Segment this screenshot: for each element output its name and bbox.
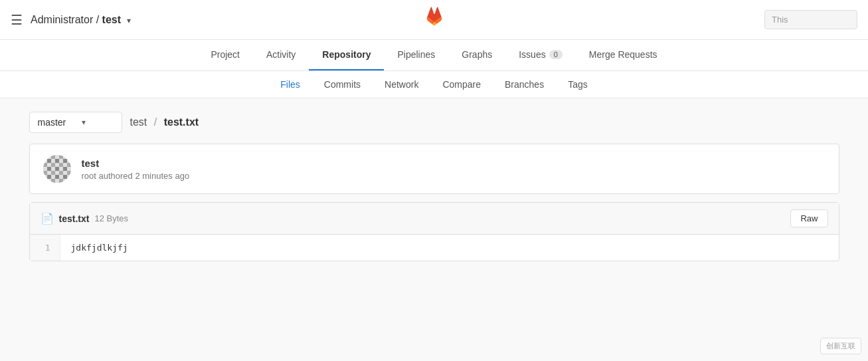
svg-rect-11 <box>67 163 71 167</box>
svg-rect-23 <box>51 179 55 183</box>
file-size: 12 Bytes <box>94 213 128 223</box>
chevron-down-icon: ▾ <box>127 16 131 25</box>
avatar-pattern <box>43 155 71 183</box>
breadcrumb-separator: / <box>96 14 102 25</box>
avatar <box>43 155 71 183</box>
breadcrumb-repo[interactable]: test <box>102 14 121 25</box>
commit-info: test root authored 2 minutes ago <box>82 158 190 181</box>
tab-repository[interactable]: Repository <box>309 40 384 70</box>
svg-rect-22 <box>43 179 47 183</box>
svg-rect-7 <box>63 159 67 163</box>
subtab-files[interactable]: Files <box>268 71 312 98</box>
file-header: 📄 test.txt 12 Bytes Raw <box>30 203 839 235</box>
issues-badge: 0 <box>549 50 563 59</box>
svg-rect-1 <box>43 155 47 159</box>
svg-rect-9 <box>51 163 55 167</box>
tab-graphs[interactable]: Graphs <box>448 40 505 70</box>
tab-issues[interactable]: Issues 0 <box>505 40 576 70</box>
raw-button[interactable]: Raw <box>790 209 827 227</box>
top-nav: ☰ Administrator / test ▾ This <box>0 0 868 40</box>
svg-rect-3 <box>59 155 63 159</box>
subtab-network[interactable]: Network <box>373 71 430 98</box>
subtab-branches[interactable]: Branches <box>493 71 556 98</box>
branch-row: master ▾ test / test.txt <box>29 112 839 133</box>
sub-tabs: Files Commits Network Compare Branches T… <box>0 71 868 98</box>
svg-rect-24 <box>59 179 63 183</box>
breadcrumb: Administrator / test ▾ <box>31 14 131 26</box>
branch-selector[interactable]: master ▾ <box>29 112 122 133</box>
tab-activity[interactable]: Activity <box>253 40 309 70</box>
logo-container <box>420 4 449 36</box>
path-separator: / <box>154 116 157 128</box>
path-root[interactable]: test <box>130 116 147 128</box>
file-name: test.txt <box>59 213 90 224</box>
svg-rect-15 <box>43 171 47 175</box>
file-icon: 📄 <box>41 212 54 225</box>
svg-rect-2 <box>51 155 55 159</box>
tab-project[interactable]: Project <box>197 40 253 70</box>
nav-left: ☰ Administrator / test ▾ <box>11 12 131 28</box>
svg-rect-4 <box>67 155 71 159</box>
svg-rect-6 <box>55 159 59 163</box>
code-line: jdkfjdlkjfj <box>71 243 828 253</box>
file-header-left: 📄 test.txt 12 Bytes <box>41 212 129 225</box>
search-box[interactable]: This <box>764 10 857 29</box>
subtab-tags[interactable]: Tags <box>556 71 600 98</box>
line-number: 1 <box>39 243 50 253</box>
tab-issues-label: Issues <box>519 49 545 60</box>
svg-rect-13 <box>55 167 59 171</box>
file-viewer: 📄 test.txt 12 Bytes Raw 1 jdkfjdlkjfj <box>29 202 839 261</box>
subtab-commits[interactable]: Commits <box>312 71 373 98</box>
svg-rect-14 <box>63 167 67 171</box>
main-content: master ▾ test / test.txt <box>16 112 853 261</box>
breadcrumb-user: Administrator <box>31 14 93 25</box>
svg-rect-18 <box>67 171 71 175</box>
svg-rect-10 <box>59 163 63 167</box>
code-content: jdkfjdlkjfj <box>60 235 839 261</box>
tab-pipelines[interactable]: Pipelines <box>384 40 448 70</box>
svg-rect-8 <box>43 163 47 167</box>
line-numbers: 1 <box>30 235 60 261</box>
commit-title[interactable]: test <box>82 158 190 169</box>
path-filename: test.txt <box>164 116 199 128</box>
svg-rect-25 <box>67 179 71 183</box>
nav-right: This <box>764 10 857 29</box>
subtab-compare[interactable]: Compare <box>430 71 493 98</box>
svg-rect-16 <box>51 171 55 175</box>
svg-rect-21 <box>63 175 67 179</box>
code-area: 1 jdkfjdlkjfj <box>30 235 839 261</box>
commit-card: test root authored 2 minutes ago <box>29 144 839 194</box>
svg-rect-17 <box>59 171 63 175</box>
hamburger-icon[interactable]: ☰ <box>11 12 23 28</box>
svg-rect-12 <box>47 167 51 171</box>
tab-merge-requests[interactable]: Merge Requests <box>576 40 671 70</box>
commit-meta: root authored 2 minutes ago <box>82 171 190 181</box>
file-path: test / test.txt <box>130 116 199 128</box>
svg-rect-19 <box>47 175 51 179</box>
svg-rect-20 <box>55 175 59 179</box>
gitlab-logo <box>420 4 449 33</box>
branch-dropdown-icon: ▾ <box>82 118 86 127</box>
main-tabs: Project Activity Repository Pipelines Gr… <box>0 40 868 71</box>
svg-rect-5 <box>47 159 51 163</box>
branch-name: master <box>38 117 66 128</box>
